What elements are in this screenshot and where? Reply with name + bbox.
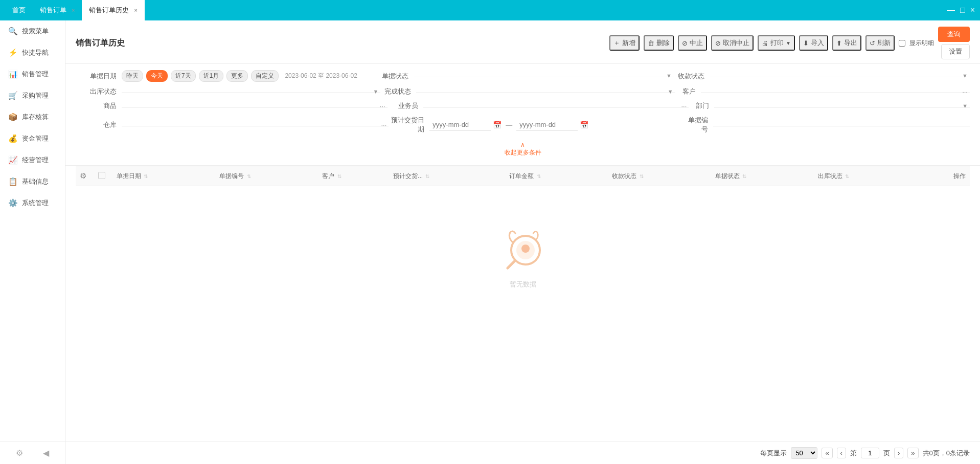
sidebar-collapse-btn[interactable]: ◀ — [43, 448, 49, 458]
refresh-button[interactable]: ↺ 刷新 — [865, 35, 895, 51]
out-status-select-wrap[interactable]: ▼ — [122, 91, 380, 93]
customer-label: 客户 — [675, 87, 701, 96]
delete-button[interactable]: 🗑 删除 — [644, 35, 674, 51]
customer-select-wrap[interactable]: ··· — [701, 91, 970, 93]
sidebar-item-search-menu[interactable]: 🔍 搜索菜单 — [0, 20, 65, 42]
sales-mgmt-icon: 📊 — [8, 70, 18, 79]
search-menu-icon: 🔍 — [8, 27, 18, 36]
th-amount-sort-icon[interactable]: ⇅ — [537, 173, 541, 179]
tab-sales-order-history[interactable]: 销售订单历史 × — [82, 0, 144, 20]
th-receipt-status-sort-icon[interactable]: ⇅ — [640, 173, 644, 179]
goods-select-wrap[interactable]: ··· — [122, 105, 388, 107]
export-icon: ⬆ — [836, 39, 842, 47]
close-btn[interactable]: × — [970, 6, 975, 15]
warehouse-dots-icon[interactable]: ··· — [381, 121, 386, 128]
dept-select-wrap[interactable]: ▼ — [714, 105, 970, 107]
delivery-to-input[interactable] — [516, 119, 578, 131]
tab-sales-order-history-close[interactable]: × — [134, 7, 137, 13]
purchase-mgmt-icon: 🛒 — [8, 91, 18, 100]
th-date-sort-icon[interactable]: ⇅ — [144, 173, 148, 179]
delivery-from-calendar-icon[interactable]: 📅 — [493, 121, 502, 129]
quick-nav-icon: ⚡ — [8, 48, 18, 57]
display-columns-checkbox[interactable] — [899, 40, 905, 47]
delivery-to-calendar-icon[interactable]: 📅 — [580, 121, 588, 129]
receipt-status-select-wrap[interactable]: ▼ — [710, 75, 970, 77]
page-number-input[interactable] — [861, 448, 879, 458]
th-no-sort-icon[interactable]: ⇅ — [247, 173, 251, 179]
complete-status-select-wrap[interactable]: ▼ — [416, 91, 675, 93]
goods-dots-icon[interactable]: ··· — [380, 102, 385, 109]
tab-home[interactable]: 首页 — [5, 0, 33, 20]
next-page-btn[interactable]: › — [894, 448, 903, 458]
sidebar-item-sys-mgmt[interactable]: ⚙️ 系统管理 — [0, 192, 65, 214]
page-suffix: 页 — [883, 449, 890, 458]
setting-button[interactable]: 设置 — [941, 44, 970, 59]
th-out-status-sort-icon[interactable]: ⇅ — [845, 173, 849, 179]
date-btn-more[interactable]: 更多 — [226, 70, 248, 82]
sidebar-item-basic-info[interactable]: 📋 基础信息 — [0, 171, 65, 192]
stop-button[interactable]: ⊘ 中止 — [678, 35, 707, 51]
new-button[interactable]: ＋ 新增 — [609, 35, 640, 51]
export-label: 导出 — [844, 38, 857, 48]
th-order-status-sort-icon[interactable]: ⇅ — [742, 173, 746, 179]
toolbar: ＋ 新增 🗑 删除 ⊘ 中止 ⊘ 取消中止 🖨 打印 — [609, 27, 970, 59]
collapse-row[interactable]: ∧ 收起更多条件 — [76, 139, 970, 159]
table-header-row: ⚙ 单据日期 ⇅ 单据编号 ⇅ — [76, 166, 970, 186]
minimize-btn[interactable]: — — [947, 6, 955, 15]
salesman-select-wrap[interactable]: ··· — [423, 105, 689, 107]
prev-page-btn[interactable]: ‹ — [837, 448, 846, 458]
sidebar-item-quick-nav[interactable]: ⚡ 快捷导航 — [0, 42, 65, 63]
sidebar-item-sales-mgmt[interactable]: 📊 销售管理 — [0, 63, 65, 85]
first-page-btn[interactable]: « — [822, 448, 832, 458]
date-btn-today[interactable]: 今天 — [146, 70, 168, 82]
sidebar-settings-btn[interactable]: ⚙ — [16, 448, 23, 458]
th-customer: 客户 ⇅ — [318, 166, 389, 186]
date-btn-custom[interactable]: 自定义 — [251, 70, 279, 82]
last-page-btn[interactable]: » — [907, 448, 918, 458]
th-date-label: 单据日期 — [117, 172, 141, 180]
import-button[interactable]: ⬇ 导入 — [799, 35, 828, 51]
select-all-checkbox[interactable] — [98, 172, 105, 179]
date-btn-7days[interactable]: 近7天 — [171, 70, 196, 82]
sidebar-item-inventory[interactable]: 📦 库存核算 — [0, 106, 65, 128]
sidebar-item-operations[interactable]: 📈 经营管理 — [0, 149, 65, 171]
th-customer-label: 客户 — [322, 172, 334, 180]
maximize-btn[interactable]: □ — [960, 6, 965, 15]
warehouse-select-wrap[interactable]: ··· — [122, 124, 389, 126]
inventory-icon: 📦 — [8, 113, 18, 122]
sidebar-item-purchase-mgmt[interactable]: 🛒 采购管理 — [0, 85, 65, 106]
sidebar-item-finance[interactable]: 💰 资金管理 — [0, 128, 65, 149]
tab-sales-order-history-label: 销售订单历史 — [89, 6, 129, 15]
th-receipt-status: 收款状态 ⇅ — [608, 166, 711, 186]
tab-sales-order-close[interactable]: × — [72, 7, 75, 13]
query-button[interactable]: 查询 — [938, 27, 970, 42]
order-status-select-wrap[interactable]: ▼ — [414, 75, 674, 77]
th-no-label: 单据编号 — [219, 172, 244, 180]
per-page-select[interactable]: 10 20 50 100 — [791, 447, 817, 459]
salesman-dots-icon[interactable]: ··· — [681, 102, 687, 109]
display-columns-label: 显示明细 — [909, 39, 934, 48]
sidebar-item-finance-label: 资金管理 — [22, 134, 49, 143]
order-no-input-wrap[interactable] — [713, 124, 970, 126]
date-btn-yesterday[interactable]: 昨天 — [122, 70, 143, 82]
tab-sales-order-label: 销售订单 — [40, 6, 66, 15]
print-button[interactable]: 🖨 打印 ▼ — [758, 35, 795, 51]
th-action: 操作 — [917, 166, 970, 186]
filter-row-2: 出库状态 ▼ 完成状态 ▼ 客户 ··· — [76, 87, 970, 96]
th-customer-sort-icon[interactable]: ⇅ — [337, 173, 341, 179]
delivery-from-input[interactable] — [429, 119, 491, 131]
complete-status-label: 完成状态 — [380, 87, 416, 96]
date-label: 单据日期 — [76, 72, 122, 81]
th-no: 单据编号 ⇅ — [215, 166, 318, 186]
date-btn-1month[interactable]: 近1月 — [199, 70, 224, 82]
th-gear: ⚙ — [76, 166, 94, 186]
cancel-stop-button[interactable]: ⊘ 取消中止 — [711, 35, 754, 51]
main-content: 销售订单历史 ＋ 新增 🗑 删除 ⊘ 中止 ⊘ 取消中止 — [65, 20, 980, 464]
table-settings-icon[interactable]: ⚙ — [80, 171, 86, 180]
customer-dots-icon[interactable]: ··· — [962, 87, 968, 95]
cancel-stop-icon: ⊘ — [715, 39, 721, 47]
tab-sales-order[interactable]: 销售订单 × — [33, 0, 82, 20]
th-delivery-sort-icon[interactable]: ⇅ — [425, 173, 429, 179]
display-columns-checkbox-wrap[interactable]: 显示明细 — [899, 39, 934, 48]
export-button[interactable]: ⬆ 导出 — [832, 35, 861, 51]
